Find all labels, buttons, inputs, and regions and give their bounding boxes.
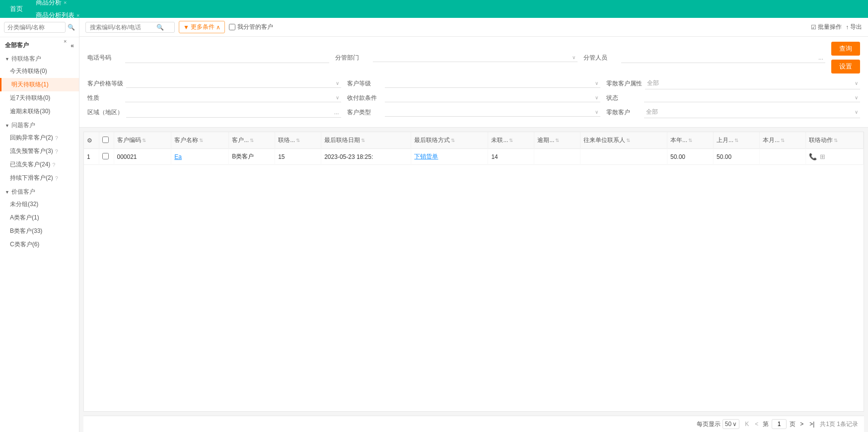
sidebar-search-icon[interactable]: 🔍 (68, 24, 75, 31)
region-dots[interactable]: ... (126, 107, 341, 118)
sidebar-item-1-1[interactable]: 流失预警客户(3)? (0, 144, 79, 158)
row-last-contact-method[interactable]: 下销货单 (411, 149, 488, 165)
data-table: ⚙客户编码⇅客户名称⇅客户...⇅联络...⇅最后联络日期⇅最后联络方式⇅未联.… (84, 132, 864, 165)
sort-icon-4: ⇅ (250, 138, 254, 143)
col-header-4[interactable]: 客户...⇅ (229, 132, 275, 149)
col-header-10[interactable]: 往来单位联系人⇅ (580, 132, 667, 149)
sort-icon-3: ⇅ (199, 138, 203, 143)
retail-attr-select[interactable]: 全部 ∨ (645, 77, 860, 89)
filter-manager: 分管人员 ... (583, 53, 825, 63)
filter-customer-type: 客户类型 ∨ (347, 108, 601, 117)
page-input[interactable] (772, 419, 787, 429)
gear-icon[interactable]: ⚙ (87, 137, 92, 144)
sidebar-item-1-3[interactable]: 持续下滑客户(2)? (0, 171, 79, 185)
sort-icon-8: ⇅ (509, 138, 513, 143)
filter-phone: 电话号码 (87, 53, 329, 63)
sidebar-item-2-0[interactable]: 未分组(32) (0, 198, 79, 211)
status-select[interactable]: ∨ (644, 93, 860, 102)
batch-op-btn[interactable]: ☑ 批量操作 (811, 23, 842, 31)
dept-select[interactable]: ∨ (373, 53, 577, 62)
sidebar-item-2-3[interactable]: C类客户(6) (0, 238, 79, 251)
row-no-contact: 14 (488, 149, 534, 165)
col-label-10: 往来单位联系人 (583, 136, 625, 144)
row-name[interactable]: Ea (171, 149, 229, 165)
sidebar-item-0-0[interactable]: 今天待联络(0) (0, 65, 79, 78)
row-this-month (760, 149, 806, 165)
my-customers-checkbox[interactable] (229, 24, 235, 30)
retail-customer-select[interactable]: 全部 ∨ (644, 106, 860, 118)
customer-type-select[interactable]: ∨ (385, 108, 601, 117)
sidebar-item-2-2[interactable]: B类客户(33) (0, 224, 79, 238)
col-label-2: 客户编码 (117, 136, 141, 144)
col-header-6[interactable]: 最后联络日期⇅ (321, 132, 411, 149)
col-header-12[interactable]: 上月...⇅ (714, 132, 760, 149)
col-header-9[interactable]: 逾期...⇅ (534, 132, 580, 149)
sidebar-item-1-2[interactable]: 已流失客户(24)? (0, 158, 79, 171)
table-footer: 每页显示 50 ∨ K < 第 页 > >| 共1页 1条记录 (83, 416, 864, 432)
row-checkbox[interactable] (99, 149, 114, 165)
query-button[interactable]: 查询 (831, 42, 860, 56)
col-header-2[interactable]: 客户编码⇅ (114, 132, 171, 149)
close-icon[interactable]: × (76, 25, 79, 31)
nature-select[interactable]: ∨ (125, 93, 341, 102)
first-page-btn[interactable]: K (743, 420, 750, 428)
sidebar-collapse-icon[interactable]: « (71, 42, 74, 49)
export-btn[interactable]: ↑ 导出 (846, 23, 862, 31)
next-page-btn[interactable]: > (798, 420, 805, 428)
price-level-select[interactable]: ∨ (126, 79, 341, 88)
sidebar-search-input[interactable] (4, 22, 66, 33)
select-all-checkbox[interactable] (102, 137, 109, 143)
row-select-checkbox[interactable] (102, 153, 109, 159)
sidebar-group-title-0[interactable]: 待联络客户 (0, 52, 79, 65)
col-header-8[interactable]: 未联...⇅ (488, 132, 534, 149)
customer-name-link[interactable]: Ea (174, 153, 182, 160)
sidebar-item-0-1[interactable]: 明天待联络(1) (0, 78, 79, 91)
col-header-13[interactable]: 本月...⇅ (760, 132, 806, 149)
col-header-11[interactable]: 本年...⇅ (667, 132, 714, 149)
last-contact-method-link[interactable]: 下销货单 (414, 153, 438, 160)
customer-level-select[interactable]: ∨ (385, 79, 601, 88)
nav-tab-商品分析[interactable]: 商品分析 × (30, 0, 85, 9)
sidebar-item-0-3[interactable]: 逾期未联络(30) (0, 105, 79, 118)
sidebar-item-2-1[interactable]: A类客户(1) (0, 211, 79, 224)
top-nav: 首页 销货单 ×进货单 ×商品分析 ×商品分析列表 ×客户分层经营 ×客户联络 … (0, 0, 868, 18)
manager-label: 分管人员 (583, 54, 618, 62)
grid-action-icon[interactable]: ⊞ (820, 153, 825, 160)
filter-search-box[interactable]: 🔍 (85, 22, 175, 33)
sort-icon-2: ⇅ (142, 138, 146, 143)
last-page-btn[interactable]: >| (808, 420, 816, 428)
help-icon[interactable]: ? (55, 148, 58, 154)
retail-attr-label: 零散客户属性 (606, 79, 642, 88)
filter-bar: 🔍 ▼ 更多条件 ∧ 我分管的客户 ☑ 批量操作 ↑ 导出 (79, 18, 868, 37)
call-action-icon[interactable]: 📞 (809, 153, 817, 160)
help-icon[interactable]: ? (55, 175, 58, 181)
sidebar-item-0-2[interactable]: 近7天待联络(0) (0, 91, 79, 105)
sidebar-item-1-0[interactable]: 回购异常客户(2)? (0, 131, 79, 144)
close-icon[interactable]: × (64, 0, 67, 5)
close-icon[interactable]: × (64, 38, 67, 44)
help-icon[interactable]: ? (55, 135, 58, 141)
filter-more-btn[interactable]: ▼ 更多条件 ∧ (179, 21, 225, 33)
manager-dots[interactable]: ... (621, 53, 825, 63)
price-level-label: 客户价格等级 (87, 79, 123, 88)
page-size-select[interactable]: 50 ∨ (723, 419, 739, 429)
col-header-14[interactable]: 联络动作⇅ (806, 132, 864, 149)
filter-search-input[interactable] (90, 24, 154, 31)
filter-search-icon[interactable]: 🔍 (156, 24, 164, 31)
nav-home[interactable]: 首页 (4, 2, 29, 15)
col-header-5[interactable]: 联络...⇅ (275, 132, 321, 149)
col-label-12: 上月... (717, 136, 733, 144)
phone-input[interactable] (125, 53, 329, 63)
col-header-3[interactable]: 客户名称⇅ (171, 132, 229, 149)
sidebar-group-title-1[interactable]: 问题客户 (0, 118, 79, 131)
col-header-1 (99, 132, 114, 149)
payment-select[interactable]: ∨ (385, 93, 601, 102)
prev-page-btn[interactable]: < (753, 420, 760, 428)
help-icon[interactable]: ? (52, 162, 55, 168)
set-button[interactable]: 设置 (831, 60, 860, 73)
close-icon[interactable]: × (76, 12, 79, 18)
col-header-7[interactable]: 最后联络方式⇅ (411, 132, 488, 149)
filter-retail-customer: 零散客户 全部 ∨ (606, 106, 860, 118)
table-row: 1000021EaB类客户152023-05-23 18:25:下销货单1450… (84, 149, 864, 165)
sidebar-group-title-2[interactable]: 价值客户 (0, 185, 79, 198)
